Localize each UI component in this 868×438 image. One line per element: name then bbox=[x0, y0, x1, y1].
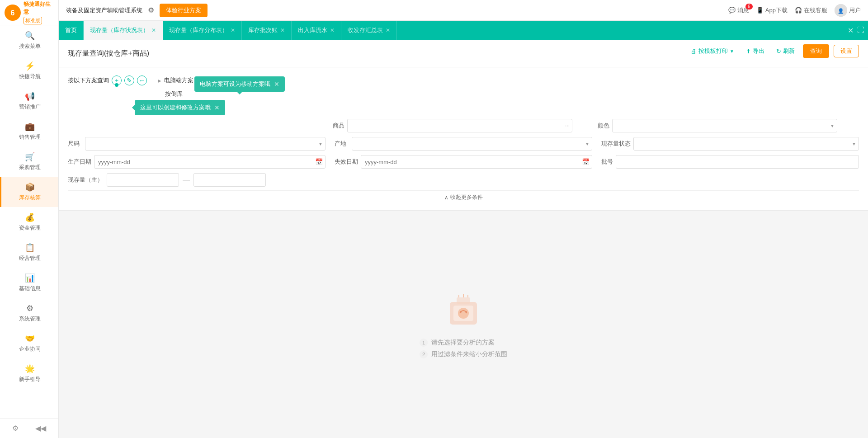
tab-inventory-status-close[interactable]: ✕ bbox=[151, 27, 156, 33]
sidebar-nav: 🔍 搜索菜单 ⚡ 快捷导航 📢 营销推广 💼 销售管理 🛒 采购管理 📦 库存核… bbox=[0, 25, 58, 418]
empty-text: 1 请先选择要分析的方案 2 用过滤条件来缩小分析范围 bbox=[420, 339, 507, 358]
tree-expand-icon: ▶ bbox=[158, 78, 161, 83]
message-icon: 💬 bbox=[728, 7, 736, 14]
collapse-filter-btn[interactable]: ∧ 收起更多条件 bbox=[68, 190, 859, 204]
sidebar-item-operations[interactable]: 📋 经营管理 bbox=[0, 237, 58, 268]
empty-illustration bbox=[441, 291, 486, 331]
stock-main-min-input[interactable] bbox=[107, 173, 179, 187]
step1-num: 1 bbox=[420, 339, 428, 347]
add-scheme-btn[interactable]: + bbox=[112, 75, 122, 85]
scheme-tooltip2-close[interactable]: ✕ bbox=[214, 104, 220, 111]
goods-field: 商品 ··· bbox=[333, 119, 572, 132]
sales-icon: 💼 bbox=[25, 122, 35, 132]
filter-area: 按以下方案查询 + ✎ ← ▶ bbox=[59, 67, 868, 211]
export-icon: ⬆ bbox=[746, 48, 751, 55]
operations-icon: 📋 bbox=[25, 243, 35, 253]
print-btn[interactable]: 🖨 按模板打印 ▼ bbox=[687, 45, 738, 57]
topbar-settings-icon[interactable]: ⚙ bbox=[148, 6, 154, 14]
scheme-tooltip-close[interactable]: ✕ bbox=[274, 80, 279, 88]
sidebar-item-guide[interactable]: 🌟 新手引导 bbox=[0, 358, 58, 389]
goods-input[interactable] bbox=[347, 119, 572, 132]
tab-stock-summary-close[interactable]: ✕ bbox=[386, 27, 390, 33]
tab-inventory-status[interactable]: 现存量（库存状况表） ✕ bbox=[84, 21, 163, 40]
sidebar-item-marketing[interactable]: 📢 营销推广 bbox=[0, 86, 58, 116]
sidebar-settings-btn[interactable]: ⚙ bbox=[12, 424, 19, 433]
export-btn[interactable]: ⬆ 导出 bbox=[742, 45, 768, 57]
message-btn[interactable]: 💬 消息 6 bbox=[728, 6, 749, 14]
expire-date-icon[interactable]: 📅 bbox=[582, 158, 590, 165]
color-field: 颜色 ▼ bbox=[598, 119, 837, 132]
search-nav-icon: 🔍 bbox=[25, 31, 35, 41]
scheme-tree-item-warehouse[interactable]: 按倒库 bbox=[152, 88, 199, 100]
produce-date-icon[interactable]: 📅 bbox=[315, 158, 323, 165]
logo-text: 畅捷通好生意 标准版 bbox=[24, 0, 54, 24]
edit-scheme-btn[interactable]: ✎ bbox=[124, 75, 134, 85]
expire-date-field: 失效日期 📅 bbox=[335, 155, 592, 169]
sidebar-item-finance-label: 资金管理 bbox=[19, 224, 41, 232]
sidebar-item-search[interactable]: 🔍 搜索菜单 bbox=[0, 25, 58, 56]
sidebar-item-search-label: 搜索菜单 bbox=[19, 42, 41, 50]
sidebar-item-system[interactable]: ⚙ 系统管理 bbox=[0, 298, 58, 328]
tab-batch-account-close[interactable]: ✕ bbox=[280, 27, 285, 33]
marketing-icon: 📢 bbox=[25, 91, 35, 101]
quick-nav-icon: ⚡ bbox=[25, 61, 35, 71]
sidebar-item-enterprise[interactable]: 🤝 企业协同 bbox=[0, 328, 58, 358]
tab-inventory-dist[interactable]: 现存量（库存分布表） ✕ bbox=[163, 21, 242, 40]
goods-label: 商品 bbox=[333, 122, 344, 130]
stock-status-select[interactable] bbox=[633, 137, 859, 151]
tab-inout-flow[interactable]: 出入库流水 ✕ bbox=[292, 21, 341, 40]
produce-date-field: 生产日期 📅 bbox=[68, 155, 326, 169]
scheme-tree-item-desktop[interactable]: ▶ 电脑端方案 bbox=[152, 74, 199, 87]
sidebar-item-inventory[interactable]: 📦 库存核算 bbox=[0, 177, 58, 207]
size-select[interactable] bbox=[85, 137, 326, 151]
user-area[interactable]: 👤 用户 bbox=[835, 4, 861, 17]
tab-fullscreen-btn[interactable]: ⛶ bbox=[857, 26, 864, 34]
sidebar-item-quick-nav-label: 快捷导航 bbox=[19, 73, 41, 80]
sidebar-item-operations-label: 经营管理 bbox=[19, 254, 41, 262]
tab-restore-btn[interactable]: ✕ bbox=[848, 26, 854, 35]
online-service-btn[interactable]: 🎧 在线客服 bbox=[795, 6, 827, 14]
sidebar-bottom: ⚙ ◀◀ bbox=[0, 418, 58, 438]
topbar-left: 装备及固定资产辅助管理系统 ⚙ 体验行业方案 bbox=[66, 4, 208, 17]
mobile-icon: 📱 bbox=[756, 7, 764, 14]
empty-step2: 2 用过滤条件来缩小分析范围 bbox=[420, 350, 507, 358]
stock-main-max-input[interactable] bbox=[193, 173, 266, 187]
tab-home[interactable]: 首页 bbox=[59, 21, 84, 40]
sidebar-item-finance[interactable]: 💰 资金管理 bbox=[0, 207, 58, 237]
topbar: 装备及固定资产辅助管理系统 ⚙ 体验行业方案 💬 消息 6 📱 App下载 🎧 … bbox=[59, 0, 868, 21]
back-scheme-btn[interactable]: ← bbox=[137, 75, 147, 85]
expire-date-input[interactable] bbox=[361, 155, 592, 169]
setting-button[interactable]: 设置 bbox=[834, 45, 859, 57]
sidebar-item-quick-nav[interactable]: ⚡ 快捷导航 bbox=[0, 56, 58, 86]
industry-btn[interactable]: 体验行业方案 bbox=[160, 4, 208, 17]
batch-input[interactable] bbox=[616, 155, 859, 169]
expire-date-label: 失效日期 bbox=[335, 158, 358, 166]
sidebar: 6 畅捷通好生意 标准版 🔍 搜索菜单 ⚡ 快捷导航 📢 营销推广 💼 销售管理… bbox=[0, 0, 59, 438]
page-title: 现存量查询(按仓库+商品) bbox=[68, 49, 149, 58]
app-download-btn[interactable]: 📱 App下载 bbox=[756, 6, 788, 14]
sidebar-item-purchase[interactable]: 🛒 采购管理 bbox=[0, 146, 58, 177]
produce-date-input[interactable] bbox=[94, 155, 326, 169]
sidebar-item-marketing-label: 营销推广 bbox=[19, 103, 41, 111]
scheme-warehouse-label: 按倒库 bbox=[165, 90, 183, 97]
color-select[interactable] bbox=[612, 119, 837, 132]
refresh-btn[interactable]: ↻ 刷新 bbox=[773, 45, 798, 57]
sidebar-collapse-btn[interactable]: ◀◀ bbox=[35, 424, 46, 433]
origin-select[interactable] bbox=[352, 137, 592, 151]
tab-batch-account[interactable]: 库存批次账 ✕ bbox=[242, 21, 292, 40]
guide-icon: 🌟 bbox=[25, 364, 35, 374]
tab-stock-summary[interactable]: 收发存汇总表 ✕ bbox=[341, 21, 397, 40]
filter-label: 按以下方案查询 bbox=[68, 76, 109, 85]
sidebar-item-sales[interactable]: 💼 销售管理 bbox=[0, 116, 58, 146]
service-icon: 🎧 bbox=[795, 7, 802, 14]
empty-state: 1 请先选择要分析的方案 2 用过滤条件来缩小分析范围 bbox=[59, 211, 868, 438]
tab-inventory-dist-close[interactable]: ✕ bbox=[231, 27, 235, 33]
sidebar-item-sales-label: 销售管理 bbox=[19, 133, 41, 141]
sidebar-item-system-label: 系统管理 bbox=[19, 315, 41, 323]
tab-inout-flow-close[interactable]: ✕ bbox=[330, 27, 335, 33]
origin-label: 产地 bbox=[335, 140, 349, 148]
sidebar-item-basic-info[interactable]: 📊 基础信息 bbox=[0, 268, 58, 298]
query-button[interactable]: 查询 bbox=[803, 44, 829, 58]
edit-scheme-icon: ✎ bbox=[127, 77, 132, 84]
tab-batch-account-label: 库存批次账 bbox=[248, 26, 278, 34]
